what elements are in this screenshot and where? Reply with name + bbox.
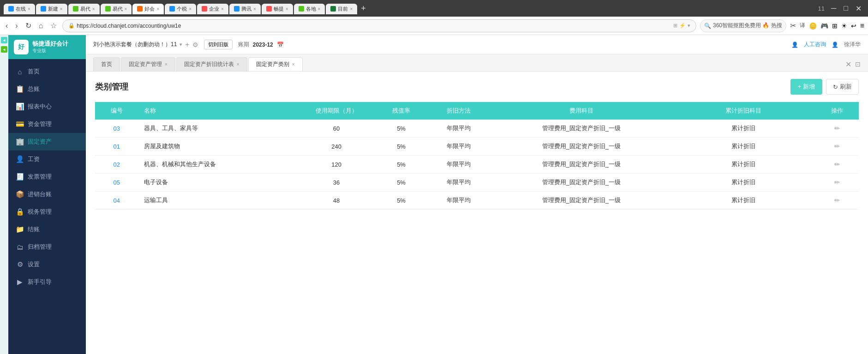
edit-icon[interactable]: ✏ <box>834 179 840 186</box>
add-icon[interactable]: + <box>185 41 189 49</box>
sidebar-item-inventory[interactable]: 📦 进销台账 <box>8 186 86 203</box>
tab-close-icon[interactable]: × <box>237 62 239 67</box>
grid-icon[interactable]: ⊞ <box>832 22 838 30</box>
new-tab-button[interactable]: + <box>358 3 369 14</box>
cell-method: 年限平均 <box>426 174 491 192</box>
sidebar-item-invoice[interactable]: 🧾 发票管理 <box>8 168 86 186</box>
sidebar-item-salary[interactable]: 👤 工资 <box>8 150 86 168</box>
bookmark-button[interactable]: ☆ <box>48 19 59 32</box>
customer-service-text[interactable]: 人工咨询 <box>804 41 826 48</box>
game-icon[interactable]: 🎮 <box>820 22 828 30</box>
edge-icon-1[interactable]: ◄ <box>1 37 7 43</box>
tab-close-icon[interactable]: × <box>92 6 95 12</box>
browser-tab-gedi[interactable]: 各地 × <box>294 4 325 14</box>
menu-icon[interactable]: ≡ <box>860 22 864 30</box>
tab-close-icon[interactable]: × <box>221 6 224 12</box>
scissors-icon[interactable]: ✂ <box>790 21 796 30</box>
home-button[interactable]: ⌂ <box>37 20 45 32</box>
browser-tab-yidai2[interactable]: 易代 × <box>101 4 132 14</box>
tab-close-icon[interactable]: × <box>318 6 321 12</box>
edit-icon[interactable]: ✏ <box>834 197 840 204</box>
switch-version-button[interactable]: 切到旧版 <box>204 40 233 49</box>
search-bar[interactable]: 🔍 360智能抠图免费用 🔥 热搜 <box>700 19 786 32</box>
sidebar-item-ledger[interactable]: 📋 总账 <box>8 80 86 98</box>
cell-period: 60 <box>297 120 376 138</box>
restore-button[interactable]: □ <box>841 3 851 13</box>
sun-icon[interactable]: ☀ <box>841 22 847 30</box>
dropdown-icon[interactable]: ▾ <box>180 42 182 48</box>
coin-icon[interactable]: 🪙 <box>809 22 817 30</box>
tab-depreciation-table[interactable]: 固定资产折旧统计表 × <box>176 57 247 71</box>
th-action: 操作 <box>815 102 859 120</box>
tab-close-icon[interactable]: × <box>292 62 295 67</box>
sidebar-label-home: 首页 <box>28 67 40 76</box>
browser-tab-tencent[interactable]: 腾讯 × <box>229 4 261 14</box>
add-button[interactable]: + 新增 <box>790 79 822 95</box>
tab-close-icon[interactable]: × <box>125 6 127 12</box>
sidebar-item-settings[interactable]: ⚙ 设置 <box>8 256 86 273</box>
sidebar-item-home[interactable]: ⌂ 首页 <box>8 63 86 80</box>
refresh-button[interactable]: ↻ 刷新 <box>826 79 859 95</box>
reload-button[interactable]: ↻ <box>24 19 33 32</box>
settings-top-icon[interactable]: ⚙ <box>192 41 198 48</box>
sidebar-item-archive[interactable]: 🗂 归档管理 <box>8 238 86 256</box>
tab-close-icon[interactable]: × <box>28 6 30 12</box>
tab-close-window-icon[interactable]: ✕ <box>845 60 851 69</box>
sidebar-label-reports: 报表中心 <box>28 102 52 111</box>
search-text: 360智能抠图免费用 🔥 热搜 <box>713 22 782 30</box>
logo-subtitle: 专业版 <box>32 48 68 54</box>
cell-period: 36 <box>297 174 376 192</box>
browser-tab-qiye[interactable]: 企业 × <box>197 4 228 14</box>
sidebar: 好 畅捷通好会计 专业版 ⌂ 首页 📋 总账 📊 报表中心 💳 资金管理 <box>8 35 86 354</box>
tab-close-icon[interactable]: × <box>189 6 192 12</box>
back-button[interactable]: ‹ <box>4 20 10 32</box>
logo-icon: 好 <box>14 40 29 54</box>
cell-method: 年限平均 <box>426 192 491 210</box>
forward-button[interactable]: › <box>13 20 19 32</box>
cell-name: 电子设备 <box>138 174 297 192</box>
cell-period: 240 <box>297 138 376 156</box>
tab-close-icon[interactable]: × <box>286 6 288 12</box>
cell-id: 01 <box>95 138 138 156</box>
tab-close-icon[interactable]: × <box>165 62 168 67</box>
cell-period: 120 <box>297 156 376 174</box>
sidebar-item-funds[interactable]: 💳 资金管理 <box>8 115 86 133</box>
browser-tab-changjian[interactable]: 畅提 × <box>262 4 293 14</box>
translate-icon[interactable]: 译 <box>800 22 805 30</box>
sidebar-item-reports[interactable]: 📊 报表中心 <box>8 98 86 115</box>
tab-expand-icon[interactable]: ⊡ <box>855 60 861 68</box>
cell-name: 房屋及建筑物 <box>138 138 297 156</box>
edit-icon[interactable]: ✏ <box>834 161 840 168</box>
sidebar-item-close-accounts[interactable]: 📁 结账 <box>8 221 86 238</box>
browser-tab-zaixin[interactable]: 在线 × <box>4 4 35 14</box>
browser-tab-geshui[interactable]: 个税 × <box>165 4 196 14</box>
browser-tab-yidai1[interactable]: 易代 × <box>68 4 100 14</box>
edge-icon-2[interactable]: ◄ <box>1 46 7 53</box>
close-button[interactable]: ✕ <box>853 3 864 14</box>
logo-text-area: 畅捷通好会计 专业版 <box>32 40 68 54</box>
sidebar-label-archive: 归档管理 <box>28 243 52 251</box>
edit-icon[interactable]: ✏ <box>834 143 840 150</box>
calendar-icon[interactable]: 📅 <box>277 42 284 48</box>
sidebar-item-tutorial[interactable]: ▶ 新手引导 <box>8 273 86 291</box>
period-value: 2023-12 <box>253 42 273 48</box>
cell-accumulated: 累计折旧 <box>671 120 815 138</box>
browser-tab-muqian[interactable]: 目前 × <box>326 4 357 14</box>
tab-close-icon[interactable]: × <box>60 6 63 12</box>
browser-tab-haohui[interactable]: 好会 × <box>132 4 164 14</box>
tab-category[interactable]: 固定资产类别 × <box>248 57 303 71</box>
address-bar[interactable]: 🔒 https://cloud.chanjet.com/accounting/u… <box>62 19 696 32</box>
tab-close-icon[interactable]: × <box>350 6 353 12</box>
cell-id: 05 <box>95 174 138 192</box>
tab-fixed-assets-management[interactable]: 固定资产管理 × <box>121 57 175 71</box>
tab-close-icon[interactable]: × <box>156 6 159 12</box>
minimize-button[interactable]: ─ <box>828 3 839 13</box>
browser-tab-xinjian[interactable]: 新建 × <box>36 4 67 14</box>
sidebar-item-fixed-assets[interactable]: 🏢 固定资产 <box>8 133 86 150</box>
tab-home[interactable]: 首页 <box>93 57 120 71</box>
tab-close-icon[interactable]: × <box>253 6 256 12</box>
sidebar-item-tax[interactable]: 🔒 税务管理 <box>8 203 86 221</box>
settings-icon: ⚙ <box>16 260 24 269</box>
edit-icon[interactable]: ✏ <box>834 125 840 132</box>
undo-icon[interactable]: ↩ <box>851 22 856 30</box>
